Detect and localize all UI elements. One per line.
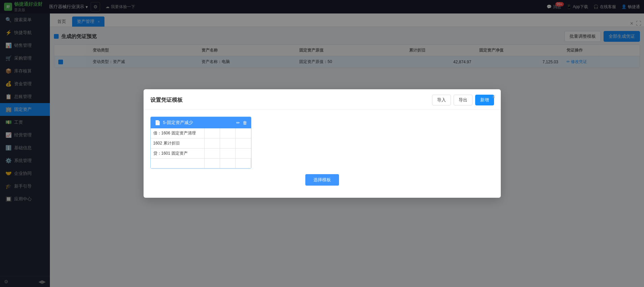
modal-header: 设置凭证模板 导入 导出 新增 × (144, 89, 501, 110)
template-cell-col4-1 (236, 128, 251, 138)
template-cell-label-2: 1602 累计折旧 (151, 138, 205, 148)
template-cell-col2-3 (205, 149, 220, 158)
modal-header-actions: 导入 导出 新增 (432, 95, 494, 105)
template-cell-col2-1 (205, 128, 220, 138)
import-button[interactable]: 导入 (432, 95, 451, 105)
empty-cell-2 (205, 159, 220, 168)
select-template-button[interactable]: 选择模板 (305, 174, 339, 186)
template-name: 5-固定资产减少 (163, 120, 193, 126)
template-card: 📄 5-固定资产减少 ✏ 🗑 借：1606 固定资产清理 (150, 117, 251, 169)
template-row-3: 贷：1601 固定资产 (151, 149, 251, 159)
template-cell-col3-2 (220, 138, 236, 148)
template-cell-col3-3 (220, 149, 236, 158)
empty-cell-4 (236, 159, 251, 168)
template-empty-row (151, 159, 251, 168)
template-row-1: 借：1606 固定资产清理 (151, 128, 251, 138)
template-cell-label-3: 贷：1601 固定资产 (151, 149, 205, 158)
template-card-header: 📄 5-固定资产减少 ✏ 🗑 (151, 117, 251, 128)
template-doc-icon: 📄 (155, 120, 160, 125)
template-cell-col4-3 (236, 149, 251, 158)
modal-overlay: 设置凭证模板 导入 导出 新增 × 📄 5-固定资产减少 ✏ 🗑 (0, 0, 644, 287)
template-edit-icon[interactable]: ✏ (236, 120, 240, 125)
template-rows: 借：1606 固定资产清理 1602 累计折旧 贷：1601 固定资产 (151, 128, 251, 168)
template-cell-label-1: 借：1606 固定资产清理 (151, 128, 205, 138)
modal-body: 📄 5-固定资产减少 ✏ 🗑 借：1606 固定资产清理 (144, 110, 501, 198)
empty-cell-3 (220, 159, 236, 168)
template-header-actions: ✏ 🗑 (236, 120, 247, 125)
template-cell-col2-2 (205, 138, 220, 148)
modal-title: 设置凭证模板 (150, 97, 183, 104)
export-button[interactable]: 导出 (454, 95, 472, 105)
template-cell-col3-1 (220, 128, 236, 138)
new-template-button[interactable]: 新增 (475, 95, 494, 105)
template-cell-col4-2 (236, 138, 251, 148)
modal-close-button[interactable]: × (492, 94, 495, 100)
settings-modal: 设置凭证模板 导入 导出 新增 × 📄 5-固定资产减少 ✏ 🗑 (144, 89, 501, 198)
empty-cell-1 (151, 159, 205, 168)
template-delete-icon[interactable]: 🗑 (243, 120, 247, 125)
template-row-2: 1602 累计折旧 (151, 138, 251, 149)
